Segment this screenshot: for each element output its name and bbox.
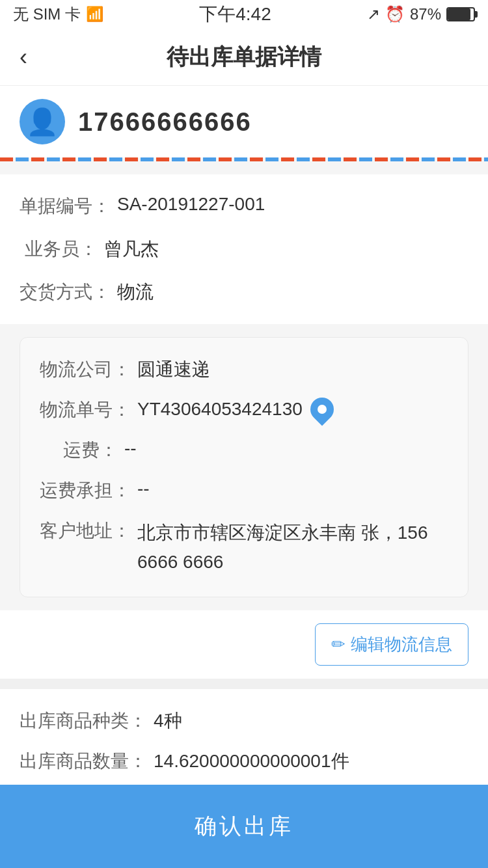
confirm-button[interactable]: 确认出库 [26, 798, 462, 855]
delivery-method-value: 物流 [117, 280, 468, 305]
tracking-number-value: YT43064053424130 [137, 398, 448, 421]
battery-fill [448, 8, 470, 20]
order-info-section: 单据编号： SA-20191227-001 业务员： 曾凡杰 交货方式： 物流 [0, 174, 488, 324]
sales-person-row: 业务员： 曾凡杰 [20, 237, 468, 262]
logistics-card: 物流公司： 圆通速递 物流单号： YT43064053424130 运费： --… [20, 337, 468, 597]
tracking-number-label: 物流单号： [40, 398, 137, 422]
document-number-value: SA-20191227-001 [117, 194, 468, 215]
delivery-method-row: 交货方式： 物流 [20, 280, 468, 305]
location-status-icon: ↗ [367, 5, 380, 23]
sales-person-label: 业务员： [20, 237, 104, 262]
battery-icon [446, 7, 475, 21]
status-time: 下午4:42 [199, 2, 271, 27]
goods-quantity-row: 出库商品数量： 14.620000000000001件 [20, 749, 468, 774]
address-label: 客户地址： [40, 519, 137, 543]
freight-label: 运费： [40, 438, 124, 463]
goods-types-label: 出库商品种类： [20, 709, 154, 733]
delivery-method-label: 交货方式： [20, 280, 117, 305]
freight-bearer-label: 运费承担： [40, 478, 137, 503]
status-left: 无 SIM 卡 📶 [13, 4, 103, 25]
user-header: 👤 17666666666 [0, 86, 488, 157]
tracking-number-row: 物流单号： YT43064053424130 [40, 398, 448, 422]
freight-bearer-row: 运费承担： -- [40, 478, 448, 503]
confirm-button-container: 确认出库 [0, 785, 488, 868]
battery-percent: 87% [410, 5, 441, 23]
document-number-row: 单据编号： SA-20191227-001 [20, 194, 468, 219]
tracking-location-icon[interactable] [305, 393, 338, 426]
avatar: 👤 [20, 99, 65, 144]
freight-value: -- [124, 438, 448, 459]
alarm-icon: ⏰ [385, 5, 405, 23]
dashed-divider [0, 157, 488, 161]
freight-bearer-value: -- [137, 478, 448, 499]
address-value: 北京市市辖区海淀区永丰南 张，156 6666 6666 [137, 519, 448, 577]
edit-icon: ✏ [331, 634, 346, 655]
edit-logistics-button[interactable]: ✏ 编辑物流信息 [315, 623, 468, 666]
goods-types-value: 4种 [154, 709, 182, 733]
goods-quantity-value: 14.620000000000001件 [154, 749, 349, 774]
user-phone: 17666666666 [78, 107, 252, 137]
logistics-company-row: 物流公司： 圆通速递 [40, 357, 448, 382]
edit-logistics-label: 编辑物流信息 [351, 633, 452, 656]
freight-row: 运费： -- [40, 438, 448, 463]
status-bar: 无 SIM 卡 📶 下午4:42 ↗ ⏰ 87% [0, 0, 488, 29]
carrier-label: 无 SIM 卡 [13, 4, 81, 25]
page-title: 待出库单据详情 [167, 42, 321, 72]
logistics-company-value: 圆通速递 [137, 357, 448, 382]
back-button[interactable]: ‹ [13, 37, 34, 77]
nav-bar: ‹ 待出库单据详情 [0, 29, 488, 86]
edit-logistics-container: ✏ 编辑物流信息 [0, 610, 488, 679]
avatar-icon: 👤 [26, 107, 59, 137]
address-row: 客户地址： 北京市市辖区海淀区永丰南 张，156 6666 6666 [40, 519, 448, 577]
goods-types-row: 出库商品种类： 4种 [20, 709, 468, 733]
wifi-icon: 📶 [86, 6, 103, 23]
section-divider-1 [0, 679, 488, 689]
document-number-label: 单据编号： [20, 194, 117, 219]
logistics-company-label: 物流公司： [40, 357, 137, 382]
goods-quantity-label: 出库商品数量： [20, 749, 154, 774]
sales-person-value: 曾凡杰 [104, 237, 468, 262]
status-right: ↗ ⏰ 87% [367, 5, 475, 23]
